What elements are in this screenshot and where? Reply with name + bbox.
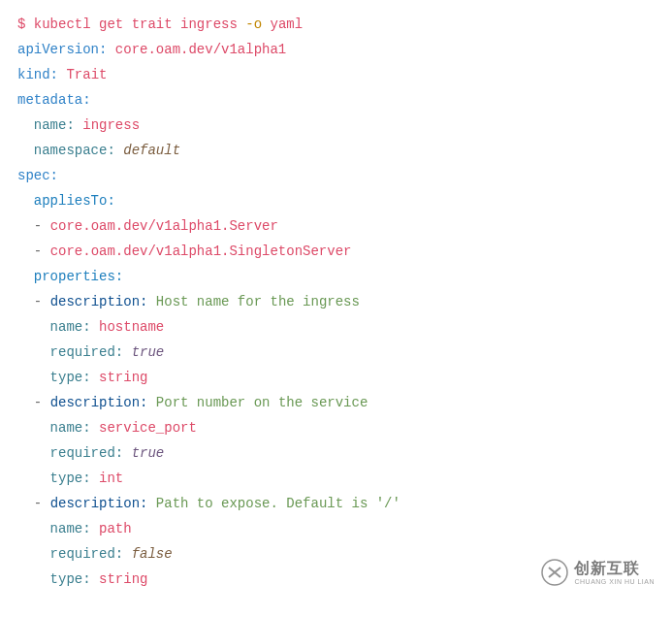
val-required: false [132,546,173,562]
dash: - [34,244,42,259]
key-description: description: [50,395,148,410]
logo-icon [541,559,568,586]
key-name: name: [50,521,91,536]
cmd-flag: -o [245,16,262,32]
key-type: type: [50,571,91,587]
key-apiVersion: apiVersion: [17,42,107,57]
key-required: required: [50,445,124,461]
prompt: $ [17,16,25,32]
key-metadata: metadata: [17,92,91,108]
val-description: Port number on the service [156,395,368,410]
cmd-arg: yaml [270,16,303,32]
val-name: path [99,521,132,536]
key-type: type: [50,370,91,385]
val-type: string [99,571,147,587]
val-type: int [99,471,123,486]
applies-item: core.oam.dev/v1alpha1.Server [50,218,278,234]
key-properties: properties: [34,269,123,284]
watermark-en: CHUANG XIN HU LIAN [574,578,655,585]
code-block: $ kubectl get trait ingress -o yaml apiV… [17,12,655,592]
val-name: service_port [99,420,197,436]
key-required: required: [50,546,124,562]
dash: - [34,395,42,410]
key-name: name: [50,420,91,436]
dash: - [34,496,42,511]
key-description: description: [50,294,148,309]
val-description: Path to expose. Default is '/' [156,496,400,511]
watermark-cn: 创新互联 [574,561,655,576]
val-required: true [132,445,165,461]
dash: - [34,294,42,309]
dash: - [34,218,42,234]
val-required: true [132,344,165,360]
key-name: name: [50,319,91,335]
key-name: name: [34,117,75,133]
applies-item: core.oam.dev/v1alpha1.SingletonServer [50,244,352,259]
val-description: Host name for the ingress [156,294,360,309]
key-appliesTo: appliesTo: [34,193,115,209]
key-spec: spec: [17,168,58,183]
key-required: required: [50,344,124,360]
cmd: kubectl get trait ingress [34,16,238,32]
key-namespace: namespace: [34,143,115,158]
key-kind: kind: [17,67,58,82]
key-type: type: [50,471,91,486]
val-type: string [99,370,147,385]
val-apiVersion: core.oam.dev/v1alpha1 [115,42,286,57]
val-name: ingress [82,117,140,133]
key-description: description: [50,496,148,511]
val-namespace: default [123,143,180,158]
val-name: hostname [99,319,164,335]
val-kind: Trait [66,67,107,82]
watermark: 创新互联 CHUANG XIN HU LIAN [541,559,655,586]
